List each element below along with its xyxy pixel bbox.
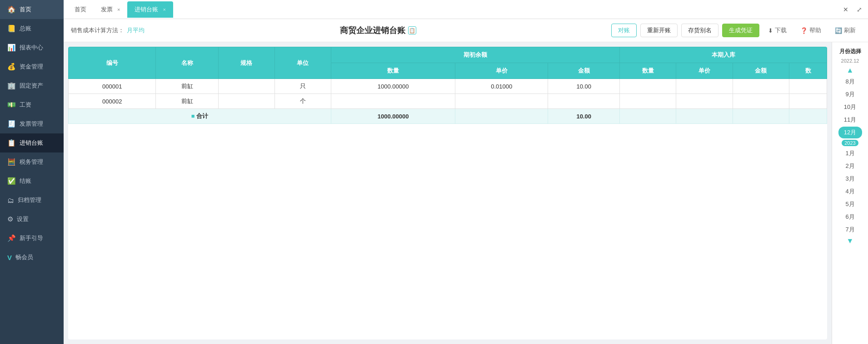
month-item-5[interactable]: 5月: [838, 198, 862, 210]
toolbar-center: 商贸企业进销台账 📋: [145, 25, 611, 36]
tab-invoice-close[interactable]: ×: [117, 7, 120, 12]
sidebar-item-archive[interactable]: 🗂 归档管理: [0, 191, 64, 210]
tab-home[interactable]: 首页: [67, 1, 94, 18]
cell-spec: [218, 79, 274, 94]
month-prev-button[interactable]: ▲: [847, 65, 854, 75]
sidebar-item-checkout[interactable]: ✅ 结账: [0, 172, 64, 191]
reopen-button[interactable]: 重新开账: [640, 24, 678, 37]
sidebar-item-label: 税务管理: [20, 158, 43, 166]
month-item-9[interactable]: 9月: [838, 88, 862, 100]
month-panel-title: 月份选择: [839, 46, 861, 57]
sidebar-item-funds[interactable]: 💰 资金管理: [0, 57, 64, 76]
cell-in-amount: [733, 79, 789, 94]
sidebar-item-guide[interactable]: 📌 新手引导: [0, 229, 64, 248]
cell-unit: 个: [274, 94, 331, 109]
month-item-11[interactable]: 11月: [838, 114, 862, 126]
cell-init-qty: 1000.00000: [331, 79, 455, 94]
month-item-4[interactable]: 4月: [838, 186, 862, 197]
month-panel-year-2022: 2022.12: [841, 57, 859, 65]
sidebar-item-ledger[interactable]: 📒 总账: [0, 19, 64, 38]
sidebar-item-label: 首页: [20, 5, 31, 14]
sidebar-item-invoice-mgmt[interactable]: 🧾 发票管理: [0, 114, 64, 133]
month-item-6[interactable]: 6月: [838, 211, 862, 223]
total-in-qty: [620, 109, 676, 124]
total-init-qty: 1000.00000: [331, 109, 455, 124]
sidebar-item-label: 报表中心: [20, 44, 43, 52]
checkout-icon: ✅: [7, 177, 16, 185]
sidebar-item-purchase-sale[interactable]: 📋 进销台账: [0, 133, 64, 152]
month-item-1[interactable]: 1月: [838, 147, 862, 159]
refresh-icon: 🔄: [835, 27, 842, 34]
tab-purchase-sale-label: 进销台账: [135, 5, 158, 14]
col-in-amount: 金额: [733, 63, 789, 79]
cell-id: 000002: [69, 94, 156, 109]
help-button[interactable]: ❓ 帮助: [795, 24, 826, 37]
generate-voucher-button[interactable]: 生成凭证: [722, 24, 759, 37]
tab-invoice[interactable]: 发票 ×: [94, 1, 127, 18]
info-icon[interactable]: 📋: [408, 26, 416, 34]
month-item-12[interactable]: 12月: [838, 127, 862, 138]
col-in-qty: 数量: [620, 63, 676, 79]
month-item-8[interactable]: 8月: [838, 76, 862, 88]
col-init-amount: 金额: [548, 63, 620, 79]
sidebar-item-label: 固定资产: [20, 82, 43, 90]
col-header-spec: 规格: [218, 47, 274, 79]
tax-icon: 🧮: [7, 158, 16, 166]
cell-in-qty: [620, 79, 676, 94]
year-2023-badge: 2023: [842, 140, 858, 146]
sidebar-item-label: 畅会员: [15, 253, 33, 261]
salary-icon: 💵: [7, 101, 16, 109]
data-table: 编号 名称 规格 单位 期初余额 本期入库 数量 单价 金额 数量: [68, 47, 827, 124]
download-icon: ⬇: [768, 27, 773, 34]
sidebar: 🏠 首页 📒 总账 📊 报表中心 💰 资金管理 🏢 固定资产 💵 工资 🧾 发票…: [0, 0, 64, 344]
cell-init-price: [455, 94, 548, 109]
col-init-qty: 数量: [331, 63, 455, 79]
sales-method-value: 月平均: [127, 26, 145, 34]
sidebar-item-settings[interactable]: ⚙ 设置: [0, 210, 64, 229]
sidebar-item-label: 归档管理: [18, 196, 41, 204]
total-row: ■合计 1000.00000 10.00: [69, 109, 827, 124]
sidebar-item-label: 进销台账: [20, 139, 43, 147]
window-close-button[interactable]: ✕: [841, 5, 851, 15]
page-title: 商贸企业进销台账 📋: [340, 25, 416, 36]
cell-in-price: [676, 79, 733, 94]
month-panel: 月份选择 2022.12 ▲ 8月 9月 10月 11月 12月 2023 1月…: [832, 42, 868, 344]
content-area: 编号 名称 规格 单位 期初余额 本期入库 数量 单价 金额 数量: [64, 42, 868, 344]
save-alias-button[interactable]: 存货别名: [681, 24, 718, 37]
sidebar-item-assets[interactable]: 🏢 固定资产: [0, 76, 64, 95]
tab-purchase-sale-close[interactable]: ×: [163, 7, 165, 12]
assets-icon: 🏢: [7, 82, 16, 90]
tab-bar: 首页 发票 × 进销台账 × ✕ ⤢: [64, 0, 868, 19]
cell-in-extra: [789, 79, 827, 94]
refresh-button[interactable]: 🔄 刷新: [830, 24, 861, 37]
sidebar-item-label: 发票管理: [20, 120, 43, 128]
table-row: 000001 前缸 只 1000.00000 0.01000 10.00: [69, 79, 827, 94]
sidebar-item-label: 工资: [20, 101, 31, 109]
month-item-3[interactable]: 3月: [838, 173, 862, 185]
cell-name: 前缸: [156, 79, 218, 94]
reports-icon: 📊: [7, 44, 16, 52]
month-item-2[interactable]: 2月: [838, 160, 862, 172]
invoice-mgmt-icon: 🧾: [7, 120, 16, 128]
tab-purchase-sale[interactable]: 进销台账 ×: [127, 1, 173, 18]
member-icon: V: [7, 254, 12, 261]
total-label: ■合计: [69, 109, 331, 124]
sidebar-item-reports[interactable]: 📊 报表中心: [0, 38, 64, 57]
sidebar-item-tax[interactable]: 🧮 税务管理: [0, 152, 64, 172]
main-panel: 编号 名称 规格 单位 期初余额 本期入库 数量 单价 金额 数量: [64, 42, 832, 344]
total-in-price: [676, 109, 733, 124]
sidebar-item-salary[interactable]: 💵 工资: [0, 95, 64, 114]
sidebar-item-home[interactable]: 🏠 首页: [0, 0, 64, 19]
col-header-id: 编号: [69, 47, 156, 79]
sidebar-item-member[interactable]: V 畅会员: [0, 248, 64, 267]
guide-icon: 📌: [7, 234, 16, 242]
window-maximize-button[interactable]: ⤢: [854, 5, 864, 15]
month-next-button[interactable]: ▼: [847, 236, 854, 246]
sidebar-item-label: 结账: [20, 177, 31, 185]
sidebar-item-label: 资金管理: [20, 63, 43, 71]
col-in-price: 单价: [676, 63, 733, 79]
reconcile-button[interactable]: 对账: [611, 24, 637, 37]
month-item-7[interactable]: 7月: [838, 224, 862, 236]
month-item-10[interactable]: 10月: [838, 101, 862, 113]
download-button[interactable]: ⬇ 下载: [763, 24, 792, 37]
